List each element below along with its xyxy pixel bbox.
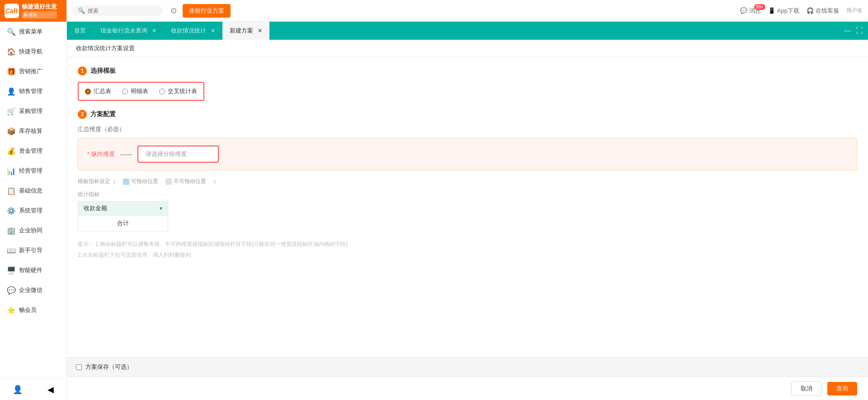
step2-num: 2 xyxy=(78,110,87,119)
sidebar-item-wechat[interactable]: 💬 企业微信 xyxy=(0,280,66,300)
metrics-header-label: 收款金额 xyxy=(84,204,107,212)
form-area: 1 选择模板 汇总表 明细表 交叉统计表 xyxy=(67,57,868,357)
step1-header: 1 选择模板 xyxy=(78,66,857,75)
logo-tag: 标准版 xyxy=(22,11,57,19)
tab-bank[interactable]: 现金银行流水查询 ✕ xyxy=(93,22,164,40)
sidebar-item-guide[interactable]: 📖 新手引导 xyxy=(0,240,66,260)
sidebar-item-system[interactable]: ⚙️ 系统管理 xyxy=(0,201,66,221)
message-badge: 99+ xyxy=(754,4,765,10)
tip-line1: 提示： 1.拖动标题栏可以调整布局，不可跨维度或指标区域拖动栏目字段(只能在同一… xyxy=(78,239,857,249)
radio-summary[interactable]: 汇总表 xyxy=(85,87,111,95)
query-button[interactable]: 查询 xyxy=(827,382,857,395)
breadcrumb: 收款情况统计方案设置 xyxy=(76,45,135,52)
minimize-button[interactable]: — xyxy=(843,26,853,36)
save-checkbox[interactable] xyxy=(76,364,82,370)
step2-title: 方案配置 xyxy=(90,110,116,118)
radio-summary-label: 汇总表 xyxy=(94,87,111,95)
arrow-icon: —— xyxy=(120,151,132,158)
step2-header: 2 方案配置 xyxy=(78,110,857,119)
download-btn[interactable]: 📱 App下载 xyxy=(768,7,799,15)
step1-title: 选择模板 xyxy=(90,67,116,75)
sidebar-item-basic[interactable]: 📋 基础信息 xyxy=(0,181,66,201)
metrics-header-row[interactable]: 收款金额 ▾ xyxy=(78,202,168,216)
tab-new-plan[interactable]: 新建方案 ✕ xyxy=(222,22,269,40)
tab-bank-close[interactable]: ✕ xyxy=(152,28,156,34)
vertical-label: * 纵向维度 xyxy=(87,150,115,158)
sidebar-item-ops[interactable]: 📊 经营管理 xyxy=(0,161,66,181)
metrics-cell-total: 合计 xyxy=(78,216,168,231)
sidebar-expand-icon[interactable]: 👤 xyxy=(13,385,23,395)
page-header: 收款情况统计方案设置 xyxy=(67,40,868,57)
window-buttons: — ⛶ xyxy=(843,26,868,36)
clipboard-icon: 📋 xyxy=(7,187,15,195)
message-icon: 💬 xyxy=(740,7,747,14)
user-icon: 👤 xyxy=(7,87,15,95)
footer-save: 方案保存（可选） xyxy=(67,357,868,376)
sidebar-collapse-icon[interactable]: ◀ xyxy=(47,385,54,395)
sidebar-item-marketing[interactable]: 🎁 营销推广 xyxy=(0,61,66,81)
sidebar-item-stock[interactable]: 📦 库存核算 xyxy=(0,121,66,141)
chart-icon: 📊 xyxy=(7,167,15,175)
stats-label: 统计指标 xyxy=(78,191,857,198)
building-icon: 🏢 xyxy=(7,226,15,235)
tab-receipt[interactable]: 收款情况统计 ✕ xyxy=(164,22,222,40)
sidebar-item-purchase[interactable]: 🛒 采购管理 xyxy=(0,101,66,121)
money-icon: 💰 xyxy=(7,147,15,155)
support-icon: 🎧 xyxy=(807,7,814,14)
metrics-table: 收款金额 ▾ 合计 xyxy=(78,201,168,231)
cart-icon: 🛒 xyxy=(7,107,15,115)
topbar-right: 💬 消息 99+ 📱 App下载 🎧 在线客服 用户名 xyxy=(740,7,863,15)
step1-section: 1 选择模板 汇总表 明细表 交叉统计表 xyxy=(78,66,857,101)
draggable-indicator xyxy=(123,179,129,185)
search-input[interactable] xyxy=(88,8,151,14)
logo-text: 畅捷通好生意 xyxy=(22,3,57,10)
radio-detail-label: 明细表 xyxy=(131,87,148,95)
home-icon: 🏠 xyxy=(7,47,15,56)
cancel-button[interactable]: 取消 xyxy=(791,381,822,396)
sidebar-item-corp[interactable]: 🏢 企业协同 xyxy=(0,221,66,240)
tab-home[interactable]: 首页 xyxy=(67,22,93,40)
topbar: 🔍 ⚙ 体验行业方案 💬 消息 99+ 📱 App下载 🎧 在线客服 用户名 xyxy=(67,0,868,22)
sidebar-item-nav[interactable]: 🏠 快捷导航 xyxy=(0,42,66,61)
monitor-icon: 🖥️ xyxy=(7,266,15,274)
radio-cross[interactable]: 交叉统计表 xyxy=(159,87,197,95)
metrics-config: 模板指标设定（ 可拖动位置 不可拖动位置 ） 统计指标 xyxy=(78,178,857,231)
tip-line2: 2.点击标题栏下拉可设置排序、插入列和删除列 xyxy=(78,249,857,260)
sidebar-bottom: 👤 ◀ xyxy=(0,378,66,400)
fixed-legend-item: 不可拖动位置 xyxy=(165,178,206,185)
dimension-select[interactable]: 请选择分组维度 xyxy=(137,146,219,163)
step2-section: 2 方案配置 汇总维度（必选） * 纵向维度 —— 请选择分组维度 xyxy=(78,110,857,260)
step1-num: 1 xyxy=(78,66,87,75)
logo-icon: CaR xyxy=(5,4,19,18)
summary-dimension-label: 汇总维度（必选） xyxy=(78,125,857,133)
settings-icon: ⚙️ xyxy=(7,207,15,215)
topbar-search-box[interactable]: 🔍 xyxy=(72,5,163,16)
search-icon-topbar: 🔍 xyxy=(78,7,85,14)
dimension-row: * 纵向维度 —— 请选择分组维度 xyxy=(87,146,848,163)
save-label: 方案保存（可选） xyxy=(85,363,132,371)
gift-icon: 🎁 xyxy=(7,67,15,75)
tab-new-plan-close[interactable]: ✕ xyxy=(258,28,262,34)
drag-legend: 模板指标设定（ 可拖动位置 不可拖动位置 ） xyxy=(78,178,857,185)
chevron-down-icon[interactable]: ▾ xyxy=(160,205,162,212)
tab-receipt-close[interactable]: ✕ xyxy=(211,28,215,34)
radio-detail[interactable]: 明细表 xyxy=(122,87,148,95)
tips-area: 提示： 1.拖动标题栏可以调整布局，不可跨维度或指标区域拖动栏目字段(只能在同一… xyxy=(78,239,857,260)
gear-icon[interactable]: ⚙ xyxy=(170,6,177,16)
draggable-legend-item: 可拖动位置 xyxy=(123,178,158,185)
sidebar-item-search[interactable]: 🔍 搜索菜单 xyxy=(0,22,66,42)
action-bar: 取消 查询 xyxy=(67,376,868,400)
support-btn[interactable]: 🎧 在线客服 xyxy=(807,7,839,15)
box-icon: 📦 xyxy=(7,127,15,135)
dimension-area: * 纵向维度 —— 请选择分组维度 xyxy=(78,138,857,170)
sidebar-item-member[interactable]: ⭐ 畅会员 xyxy=(0,300,66,320)
user-info: 用户名 xyxy=(846,7,863,14)
metrics-table-container: 统计指标 收款金额 ▾ 合计 xyxy=(78,191,857,231)
trial-button[interactable]: 体验行业方案 xyxy=(183,4,231,18)
maximize-button[interactable]: ⛶ xyxy=(854,26,864,36)
content-area: 收款情况统计方案设置 1 选择模板 汇总表 明细表 xyxy=(67,40,868,376)
sidebar-item-funds[interactable]: 💰 资金管理 xyxy=(0,141,66,161)
sidebar-item-sales[interactable]: 👤 销售管理 xyxy=(0,81,66,101)
sidebar-item-hardware[interactable]: 🖥️ 智能硬件 xyxy=(0,260,66,280)
message-btn[interactable]: 💬 消息 99+ xyxy=(740,7,761,15)
